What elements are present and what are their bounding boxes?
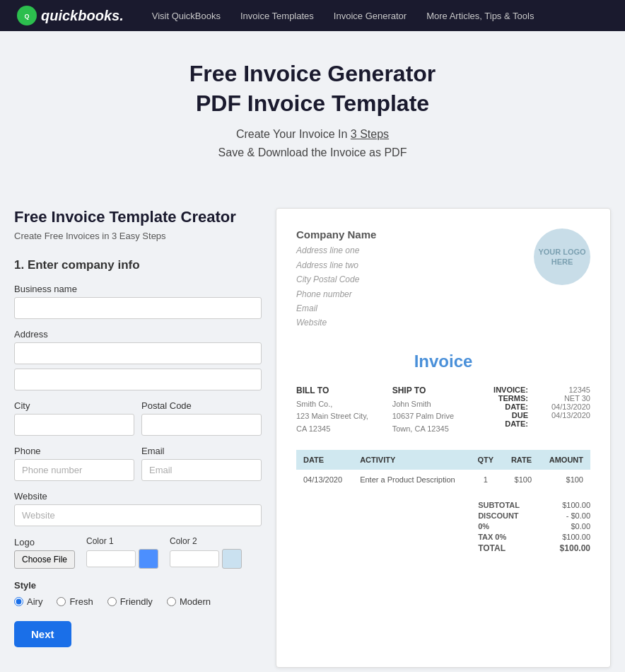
total-row: TOTAL $100.00 — [478, 543, 590, 553]
invoice-terms-row: TERMS: NET 30 — [488, 394, 590, 402]
nav-invoice-templates[interactable]: Invoice Templates — [240, 11, 314, 21]
left-panel: Free Invoice Template Creator Create Fre… — [14, 208, 276, 668]
qb-logo-icon: Q — [17, 6, 37, 25]
address-group: Address — [14, 329, 262, 390]
nav-invoice-generator[interactable]: Invoice Generator — [334, 11, 407, 21]
postal-label: Postal Code — [141, 400, 262, 411]
invoice-meta: BILL TO Smith Co., 123 Main Street City,… — [296, 386, 590, 436]
website-group: Website — [14, 491, 262, 526]
style-radio-friendly[interactable] — [107, 597, 117, 606]
city-input[interactable] — [14, 414, 134, 436]
invoice-logo-placeholder: YOUR LOGO HERE — [534, 228, 590, 285]
style-label-friendly: Friendly — [120, 596, 153, 607]
nav-visit-quickbooks[interactable]: Visit QuickBooks — [152, 11, 221, 21]
next-button[interactable]: Next — [14, 621, 71, 647]
invoice-preview: Company Name Address line one Address li… — [276, 208, 611, 668]
totals-table: SUBTOTAL $100.00 DISCOUNT - $0.00 0% $0.… — [478, 501, 590, 555]
invoice-number-row: INVOICE: 12345 — [488, 386, 590, 394]
discount-row: DISCOUNT - $0.00 — [478, 511, 590, 520]
address-input-2[interactable] — [14, 369, 262, 390]
invoice-bill-to: BILL TO Smith Co., 123 Main Street City,… — [296, 386, 378, 436]
color2-hex-input[interactable]: #cae1 — [170, 550, 219, 567]
color2-swatch[interactable] — [222, 549, 242, 569]
color1-hex-input[interactable]: #4c8f — [86, 550, 136, 567]
qb-svg-icon: Q — [21, 9, 33, 22]
panel-title: Free Invoice Template Creator — [14, 208, 262, 226]
logo[interactable]: Q quickbooks. — [17, 6, 124, 25]
style-option-fresh[interactable]: Fresh — [57, 596, 93, 607]
ship-to-body: John Smith 10637 Palm Drive Town, CA 123… — [392, 398, 474, 436]
city-group: City — [14, 400, 134, 436]
table-header-amount: AMOUNT — [539, 450, 590, 470]
subtotal-row: SUBTOTAL $100.00 — [478, 501, 590, 509]
style-label-fresh: Fresh — [69, 596, 93, 607]
table-cell-date: 04/13/2020 — [296, 470, 353, 489]
invoice-company-detail: Address line one Address line two City P… — [296, 243, 376, 330]
phone-label: Phone — [14, 446, 134, 456]
color2-swatch-row: #cae1 — [170, 549, 242, 569]
postal-input[interactable] — [141, 414, 262, 436]
table-cell-rate: $100 — [502, 470, 539, 489]
logo-label: Logo — [14, 537, 75, 548]
email-input[interactable] — [141, 459, 262, 481]
color1-group: Color 1 #4c8f — [86, 536, 158, 569]
style-radio-airy[interactable] — [14, 597, 23, 606]
phone-email-row: Phone Email — [14, 446, 262, 491]
address-label: Address — [14, 329, 262, 340]
address-input-1[interactable] — [14, 342, 262, 364]
table-header-date: DATE — [296, 450, 353, 470]
logo-color-row: Logo Choose File Color 1 #4c8f Color 2 #… — [14, 536, 262, 569]
bill-to-label: BILL TO — [296, 386, 378, 395]
email-group: Email — [141, 446, 262, 481]
color2-label: Color 2 — [170, 536, 242, 546]
hero-title: Free Invoice Generator PDF Invoice Templ… — [14, 59, 611, 118]
steps-link[interactable]: 3 Steps — [351, 128, 389, 140]
style-radio-fresh[interactable] — [57, 597, 66, 606]
table-header-activity: ACTIVITY — [353, 450, 469, 470]
inv-city-postal: City Postal Code — [296, 272, 376, 286]
table-header-rate: RATE — [502, 450, 539, 470]
style-label-modern: Modern — [180, 596, 211, 607]
inv-address-line1: Address line one — [296, 243, 376, 257]
business-name-input[interactable] — [14, 297, 262, 319]
table-cell-activity: Enter a Product Description — [353, 470, 469, 489]
style-option-modern[interactable]: Modern — [167, 596, 211, 607]
inv-email: Email — [296, 301, 376, 315]
table-row: 04/13/2020 Enter a Product Description 1… — [296, 470, 590, 489]
invoice-header: Company Name Address line one Address li… — [296, 228, 590, 330]
style-option-airy[interactable]: Airy — [14, 596, 42, 607]
style-option-friendly[interactable]: Friendly — [107, 596, 153, 607]
style-section-label: Style — [14, 580, 262, 591]
invoice-title: Invoice — [296, 352, 590, 371]
nav-links: Visit QuickBooks Invoice Templates Invoi… — [152, 11, 535, 21]
table-header-qty: QTY — [469, 450, 502, 470]
invoice-details: INVOICE: 12345 TERMS: NET 30 DATE: 04/13… — [488, 386, 590, 436]
website-input[interactable] — [14, 504, 262, 526]
hero-subtitle: Create Your Invoice In 3 Steps Save & Do… — [14, 125, 611, 161]
discount-pct-row: 0% $0.00 — [478, 522, 590, 531]
website-label: Website — [14, 491, 262, 502]
inv-website: Website — [296, 315, 376, 330]
logo-group: Logo Choose File — [14, 537, 75, 569]
hero-subtitle2: Save & Download the Invoice as PDF — [218, 146, 407, 158]
invoice-totals: SUBTOTAL $100.00 DISCOUNT - $0.00 0% $0.… — [296, 501, 590, 555]
tax-row: TAX 0% $100.00 — [478, 533, 590, 541]
color2-group: Color 2 #cae1 — [170, 536, 242, 569]
main-layout: Free Invoice Template Creator Create Fre… — [0, 187, 625, 672]
phone-group: Phone — [14, 446, 134, 481]
svg-text:Q: Q — [24, 13, 29, 20]
logo-text: quickbooks. — [41, 8, 124, 24]
style-label-airy: Airy — [27, 596, 42, 607]
style-radio-modern[interactable] — [167, 597, 176, 606]
section1-title: 1. Enter company info — [14, 258, 262, 272]
table-cell-amount: $100 — [539, 470, 590, 489]
table-cell-qty: 1 — [469, 470, 502, 489]
invoice-company-info: Company Name Address line one Address li… — [296, 228, 376, 330]
color1-swatch[interactable] — [139, 549, 158, 569]
phone-input[interactable] — [14, 459, 134, 481]
style-radio-group: Airy Fresh Friendly Modern — [14, 596, 262, 607]
choose-file-button[interactable]: Choose File — [14, 550, 75, 569]
right-panel: Company Name Address line one Address li… — [276, 208, 611, 668]
nav-more-articles[interactable]: More Articles, Tips & Tools — [426, 11, 534, 21]
invoice-due-row: DUE DATE: 04/13/2020 — [488, 411, 590, 428]
